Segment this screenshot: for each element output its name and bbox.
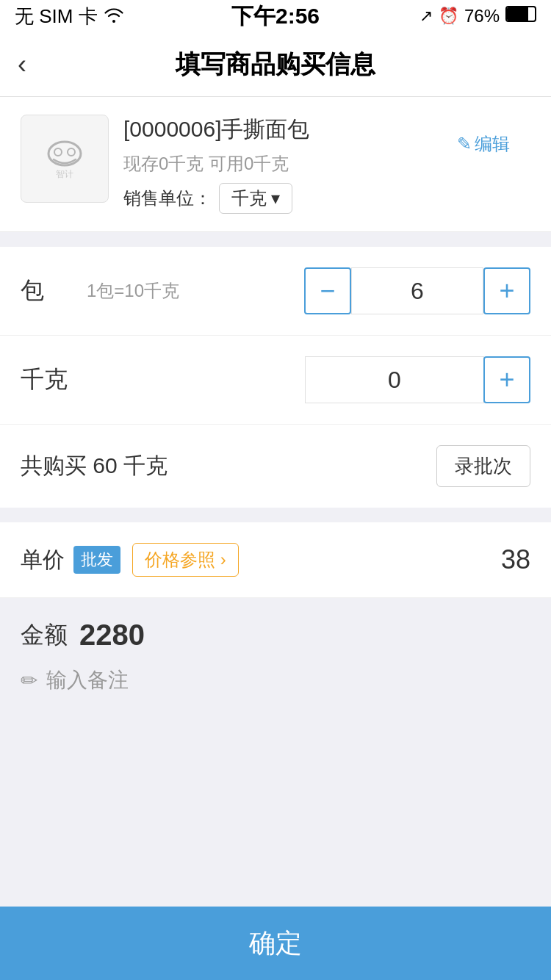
amount-value: 2280 [79,619,145,652]
kg-input[interactable] [305,356,484,403]
alarm-icon: ⏰ [439,7,458,26]
remark-text: 输入备注 [46,666,129,694]
unit-select[interactable]: 千克 ▾ [219,183,292,214]
bag-stepper: − + [304,267,530,314]
bag-sublabel: 1包=10千克 [87,279,179,303]
battery-percent: 76% [464,6,500,26]
price-value: 38 [501,544,530,575]
nav-title: 填写商品购买信息 [176,48,375,82]
product-image: 智计 [21,115,109,203]
nav-bar: ‹ 填写商品购买信息 [0,32,551,97]
amount-row: 金额 2280 [21,619,530,652]
kg-input-row: 千克 + [0,336,551,425]
back-button[interactable]: ‹ [18,49,26,80]
kg-label: 千克 [21,364,79,396]
price-label: 单价 [21,545,65,575]
status-bar: 无 SIM 卡 下午2:56 ↗ ⏰ 76% [0,0,551,32]
bag-input[interactable] [351,267,483,314]
svg-text:智计: 智计 [56,169,73,179]
product-info: [0000006]手撕面包 现存0千克 可用0千克 销售单位： 千克 ▾ ✎ 编… [123,115,530,214]
status-right: ↗ ⏰ 76% [419,6,536,26]
price-section: 单价 批发 价格参照 › 38 [0,522,551,598]
spacer [0,709,551,907]
edit-label: 编辑 [475,132,510,156]
battery-icon [505,6,536,26]
svg-point-0 [48,142,81,165]
edit-button[interactable]: ✎ 编辑 [457,132,510,156]
product-unit-row: 销售单位： 千克 ▾ [123,183,530,214]
status-time: 下午2:56 [231,1,320,32]
remark-icon: ✏ [21,669,37,693]
unit-value: 千克 [231,187,267,210]
status-left: 无 SIM 卡 [15,4,124,29]
total-text: 共购买 60 千克 [21,451,168,481]
section-divider-1 [0,232,551,247]
product-card: 智计 [0000006]手撕面包 现存0千克 可用0千克 销售单位： 千克 ▾ … [0,97,551,232]
svg-point-2 [68,148,75,156]
bag-minus-button[interactable]: − [304,267,351,314]
amount-label: 金额 [21,619,68,652]
total-row: 共购买 60 千克 录批次 [0,425,551,508]
carrier-text: 无 SIM 卡 [15,4,98,29]
section-divider-2 [0,508,551,522]
price-row: 单价 批发 价格参照 › 38 [0,522,551,598]
remark-row[interactable]: ✏ 输入备注 [21,666,530,709]
svg-point-1 [54,148,62,156]
amount-section: 金额 2280 ✏ 输入备注 [0,598,551,709]
confirm-label: 确定 [249,926,302,962]
price-ref-button[interactable]: 价格参照 › [132,543,239,577]
kg-stepper: + [305,356,530,403]
edit-icon: ✎ [457,134,472,154]
bag-plus-button[interactable]: + [483,267,530,314]
wifi-icon [104,5,124,28]
input-section: 包 1包=10千克 − + 千克 + 共购买 60 千克 录批次 [0,247,551,508]
confirm-button[interactable]: 确定 [0,907,551,980]
dropdown-icon: ▾ [271,188,280,209]
batch-button[interactable]: 录批次 [436,445,530,487]
unit-label: 销售单位： [123,187,212,210]
bag-label: 包 [21,275,79,307]
price-tag: 批发 [73,546,120,574]
location-icon: ↗ [419,7,433,26]
bag-input-row: 包 1包=10千克 − + [0,247,551,336]
kg-plus-button[interactable]: + [483,356,530,403]
